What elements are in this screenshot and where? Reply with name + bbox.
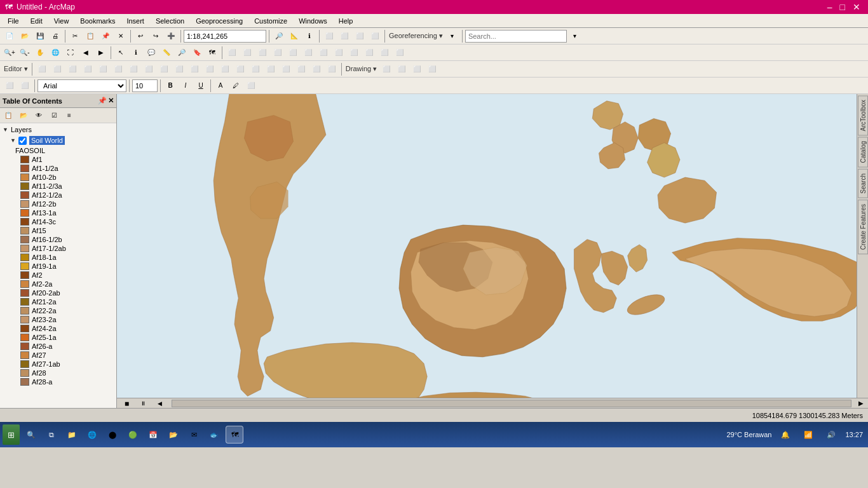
tool11[interactable]: ⬜ <box>377 46 391 60</box>
et2[interactable]: ⬜ <box>50 62 64 76</box>
editor-label[interactable]: Editor ▾ <box>3 65 29 73</box>
taskbar-app4[interactable]: ✉ <box>185 426 203 444</box>
tool3[interactable]: ⬜ <box>255 46 269 60</box>
toc-item-Af25-1a[interactable]: Af25-1a <box>0 333 116 342</box>
georef-label[interactable]: Georeferencing ▾ <box>388 32 444 40</box>
outline-btn[interactable]: ⬜ <box>244 79 258 93</box>
create-features-tab[interactable]: Create Features <box>858 200 868 254</box>
et17[interactable]: ⬜ <box>279 62 293 76</box>
toc-item-Af2[interactable]: Af2 <box>0 271 116 280</box>
save-btn[interactable]: 💾 <box>33 29 47 43</box>
taskbar-search-btn[interactable]: 🔍 <box>22 426 40 444</box>
et1[interactable]: ⬜ <box>35 62 49 76</box>
bookmark-btn[interactable]: 🔖 <box>190 46 204 60</box>
taskbar-app5[interactable]: 🐟 <box>205 426 223 444</box>
find-btn[interactable]: 🔎 <box>175 46 189 60</box>
toc-item-Af12-2b[interactable]: Af12-2b <box>0 200 116 208</box>
toc-item-Af16-1/2b[interactable]: Af16-1/2b <box>0 235 116 244</box>
toc-item-Af19-1a[interactable]: Af19-1a <box>0 262 116 271</box>
menu-customize[interactable]: Customize <box>249 16 292 26</box>
notification-btn[interactable]: 🔔 <box>776 426 794 444</box>
pan-btn[interactable]: ✋ <box>33 46 47 60</box>
tool9[interactable]: ⬜ <box>347 46 361 60</box>
toc-item-Af2-2a[interactable]: Af2-2a <box>0 280 116 288</box>
undo-btn[interactable]: ↩ <box>133 29 147 43</box>
toc-item-Af15[interactable]: Af15 <box>0 226 116 235</box>
tbtn3[interactable]: ⬜ <box>353 29 367 43</box>
et7[interactable]: ⬜ <box>126 62 140 76</box>
tool10[interactable]: ⬜ <box>362 46 376 60</box>
search-input[interactable] <box>465 30 567 43</box>
add-data-btn[interactable]: ➕ <box>164 29 178 43</box>
font-size-input[interactable] <box>132 79 158 92</box>
route-btn[interactable]: 🗺 <box>205 46 219 60</box>
map-prev-btn[interactable]: ◀ <box>153 396 166 409</box>
toc-pin-btn[interactable]: 📌 <box>98 97 107 105</box>
taskbar-app2[interactable]: 📅 <box>144 426 162 444</box>
underline-btn[interactable]: U <box>194 79 208 93</box>
forward-btn[interactable]: ▶ <box>94 46 108 60</box>
magnify-btn[interactable]: 🔎 <box>272 29 286 43</box>
scroll-right-btn[interactable]: ▶ <box>854 396 868 409</box>
tbtn4[interactable]: ⬜ <box>368 29 382 43</box>
toc-list-by-visibility-btn[interactable]: 👁 <box>32 109 46 123</box>
ft0[interactable]: ⬜ <box>3 79 17 93</box>
toc-item-Af18-1a[interactable]: Af18-1a <box>0 253 116 262</box>
toc-item-Af10-2b[interactable]: Af10-2b <box>0 173 116 182</box>
world-btn[interactable]: 🌐 <box>48 46 62 60</box>
et15[interactable]: ⬜ <box>248 62 262 76</box>
toc-item-Af17-1/2ab[interactable]: Af17-1/2ab <box>0 244 116 253</box>
et10[interactable]: ⬜ <box>172 62 186 76</box>
dt1[interactable]: ⬜ <box>379 62 393 76</box>
tool12[interactable]: ⬜ <box>393 46 407 60</box>
toc-item-Af27[interactable]: Af27 <box>0 351 116 360</box>
taskbar-explorer[interactable]: 📁 <box>63 426 81 444</box>
zoom-out-btn[interactable]: 🔍- <box>18 46 32 60</box>
font-color-btn[interactable]: A <box>214 79 227 93</box>
italic-btn[interactable]: I <box>179 79 193 93</box>
taskbar-chrome[interactable]: ⬤ <box>104 426 121 444</box>
et12[interactable]: ⬜ <box>203 62 217 76</box>
tool7[interactable]: ⬜ <box>316 46 330 60</box>
et6[interactable]: ⬜ <box>111 62 125 76</box>
toc-item-Af28-a[interactable]: Af28-a <box>0 377 116 386</box>
toc-list-by-drawing-btn[interactable]: 📋 <box>1 109 15 123</box>
taskbar-taskview-btn[interactable]: ⧉ <box>43 426 60 444</box>
et18[interactable]: ⬜ <box>294 62 308 76</box>
bottom-scroll-track[interactable] <box>172 400 851 407</box>
dt3[interactable]: ⬜ <box>410 62 424 76</box>
toc-item-Af28[interactable]: Af28 <box>0 369 116 377</box>
taskbar-arcmap[interactable]: 🗺 <box>226 426 243 444</box>
scale-input[interactable] <box>184 30 266 43</box>
menu-windows[interactable]: Windows <box>294 16 332 26</box>
faosoil-item[interactable]: FAOSOIL <box>0 146 116 155</box>
et16[interactable]: ⬜ <box>264 62 278 76</box>
toc-list-by-selection-btn[interactable]: ☑ <box>47 109 61 123</box>
back-btn[interactable]: ◀ <box>79 46 93 60</box>
dt2[interactable]: ⬜ <box>395 62 409 76</box>
toc-item-Af21-2a[interactable]: Af21-2a <box>0 297 116 306</box>
et13[interactable]: ⬜ <box>218 62 232 76</box>
toc-list-by-source-btn[interactable]: 📂 <box>17 109 31 123</box>
tool1[interactable]: ⬜ <box>225 46 239 60</box>
toc-options-btn[interactable]: ≡ <box>62 109 76 123</box>
paste-btn[interactable]: 📌 <box>98 29 112 43</box>
toc-item-Af12-1/2a[interactable]: Af12-1/2a <box>0 191 116 200</box>
highlight-btn[interactable]: 🖊 <box>229 79 243 93</box>
close-button[interactable]: ✕ <box>850 2 863 12</box>
menu-file[interactable]: File <box>3 16 24 26</box>
tbtn1[interactable]: ⬜ <box>322 29 336 43</box>
soil-world-checkbox[interactable] <box>18 137 27 145</box>
ft1[interactable]: ⬜ <box>18 79 32 93</box>
georef-dropdown[interactable]: ▾ <box>445 29 459 43</box>
tbtn2[interactable]: ⬜ <box>337 29 351 43</box>
new-btn[interactable]: 📄 <box>3 29 17 43</box>
toc-item-Af22-2a[interactable]: Af22-2a <box>0 306 116 315</box>
full-extent-btn[interactable]: ⛶ <box>64 46 78 60</box>
soil-world-group[interactable]: ▼ Soil World <box>0 135 116 146</box>
identify2-btn[interactable]: ℹ <box>129 46 143 60</box>
network-icon[interactable]: 📶 <box>799 426 817 444</box>
tool5[interactable]: ⬜ <box>286 46 300 60</box>
minimize-button[interactable]: – <box>825 2 835 12</box>
toc-item-Af23-2a[interactable]: Af23-2a <box>0 315 116 324</box>
